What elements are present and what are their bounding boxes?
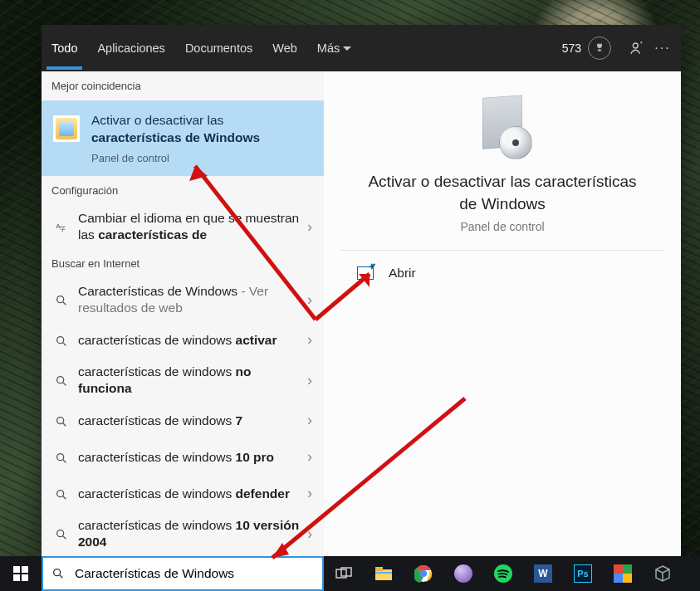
chevron-down-icon: [343, 46, 351, 55]
chevron-right-icon: ›: [302, 412, 317, 429]
best-match-sub: Panel de control: [91, 152, 316, 164]
start-button[interactable]: [0, 556, 42, 591]
control-panel-icon: [53, 115, 80, 142]
section-config: Configuración: [42, 176, 324, 205]
best-match-line1: Activar o desactivar las: [91, 113, 223, 127]
web-suggestion-activar[interactable]: características de windows activar ›: [42, 322, 324, 359]
taskbar-chrome[interactable]: [404, 556, 443, 591]
svg-point-13: [57, 491, 64, 497]
svg-rect-21: [375, 572, 392, 574]
taskbar-explorer[interactable]: [364, 556, 404, 591]
tab-more[interactable]: Más: [307, 27, 361, 70]
start-search-panel: Todo Aplicaciones Documentos Web Más 573…: [42, 25, 681, 556]
svg-line-14: [63, 496, 66, 499]
trophy-icon: [588, 37, 611, 60]
detail-pane: Activar o desactivar las características…: [324, 71, 681, 556]
search-icon: [53, 450, 70, 465]
ws1-pre: características de windows: [78, 333, 236, 347]
search-icon: [53, 526, 70, 541]
chevron-right-icon: ›: [302, 448, 317, 466]
taskbar-app-purple[interactable]: [443, 556, 483, 591]
svg-point-11: [57, 454, 64, 461]
open-action[interactable]: Abrir: [340, 251, 664, 296]
svg-rect-20: [375, 567, 383, 571]
svg-point-7: [57, 377, 64, 383]
web-main-title: Características de Windows: [78, 284, 237, 298]
config-item-language[interactable]: A字 Cambiar el idioma en que se muestran …: [42, 205, 324, 249]
svg-point-5: [57, 337, 64, 344]
web-suggestion-defender[interactable]: características de windows defender ›: [42, 476, 324, 512]
taskbar-photoshop[interactable]: Ps: [563, 556, 603, 591]
chevron-right-icon: ›: [302, 485, 317, 502]
section-best-match: Mejor coincidencia: [42, 71, 324, 100]
web-suggestion-7[interactable]: características de windows 7 ›: [42, 403, 324, 439]
chevron-right-icon: ›: [302, 291, 317, 309]
ws3-pre: características de windows: [78, 413, 236, 427]
search-input-box[interactable]: [42, 556, 324, 591]
svg-line-12: [63, 460, 66, 462]
chevron-right-icon: ›: [302, 218, 317, 236]
svg-point-3: [57, 296, 64, 303]
search-icon: [53, 292, 70, 307]
results-list: Mejor coincidencia Activar o desactivar …: [42, 71, 324, 556]
section-internet: Buscar en Internet: [42, 249, 324, 278]
svg-line-8: [63, 383, 66, 385]
search-icon: [53, 486, 70, 501]
best-match-line2: características de Windows: [91, 130, 260, 144]
web-suggestion-10-2004[interactable]: características de windows 10 versión 20…: [42, 512, 324, 556]
more-options-icon[interactable]: ···: [649, 41, 676, 56]
rewards-points-value: 573: [562, 42, 581, 55]
svg-text:字: 字: [60, 226, 66, 232]
ws5-pre: características de windows: [78, 486, 236, 501]
tab-apps[interactable]: Aplicaciones: [87, 27, 174, 70]
language-icon: A字: [53, 219, 70, 234]
detail-title: Activar o desactivar las características…: [361, 171, 644, 215]
svg-line-27: [60, 575, 62, 578]
svg-line-4: [63, 302, 66, 305]
ws6-pre: características de windows: [78, 518, 236, 532]
web-result-main[interactable]: Características de Windows - Ver resulta…: [42, 278, 324, 322]
open-icon: [357, 266, 374, 280]
search-topbar: Todo Aplicaciones Documentos Web Más 573…: [42, 25, 681, 71]
taskbar-app-cube[interactable]: [643, 556, 683, 591]
chevron-right-icon: ›: [302, 331, 317, 349]
svg-point-26: [54, 569, 61, 576]
tab-all[interactable]: Todo: [42, 27, 87, 70]
ws3-bold: 7: [236, 413, 243, 427]
search-icon: [53, 333, 70, 348]
open-label: Abrir: [389, 266, 416, 281]
rewards-points[interactable]: 573: [562, 37, 623, 60]
best-match-item[interactable]: Activar o desactivar las características…: [42, 100, 324, 176]
windows-logo-icon: [13, 566, 28, 581]
chevron-right-icon: ›: [302, 372, 317, 389]
taskbar-word[interactable]: W: [523, 556, 563, 591]
detail-subtitle: Panel de control: [460, 220, 544, 233]
web-suggestion-no-funciona[interactable]: características de windows no funciona ›: [42, 359, 324, 403]
svg-line-6: [63, 343, 66, 345]
tab-documents[interactable]: Documentos: [175, 27, 262, 70]
svg-line-16: [63, 536, 66, 539]
ws1-bold: activar: [236, 333, 277, 347]
account-icon[interactable]: [623, 41, 649, 56]
config-item-bold: características de: [98, 227, 207, 242]
svg-point-9: [57, 418, 64, 424]
ws4-bold: 10 pro: [236, 450, 275, 464]
tab-more-label: Más: [317, 42, 340, 55]
search-input[interactable]: [73, 565, 314, 582]
web-suggestion-10-pro[interactable]: características de windows 10 pro ›: [42, 439, 324, 476]
svg-point-0: [633, 43, 638, 48]
svg-line-10: [63, 423, 66, 426]
search-icon: [53, 413, 70, 428]
ws2-pre: características de windows: [78, 364, 236, 379]
search-icon: [51, 567, 65, 580]
ws4-pre: características de windows: [78, 450, 236, 464]
ws5-bold: defender: [236, 486, 290, 501]
chevron-right-icon: ›: [302, 525, 317, 543]
tab-web[interactable]: Web: [262, 27, 307, 70]
search-icon: [53, 373, 70, 388]
windows-features-icon: [476, 96, 529, 156]
svg-point-15: [57, 530, 64, 537]
taskbar-app-colorful[interactable]: [603, 556, 643, 591]
taskbar-spotify[interactable]: [483, 556, 523, 591]
taskbar-taskview[interactable]: [324, 556, 364, 591]
